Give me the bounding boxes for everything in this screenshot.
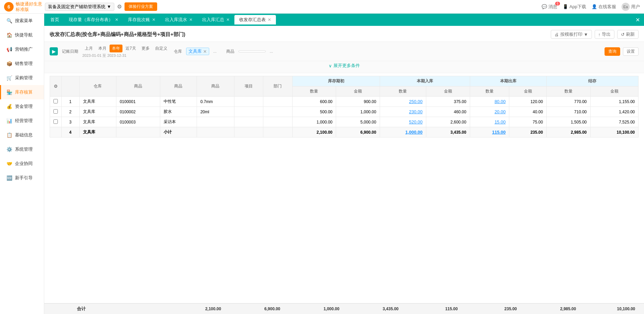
subtotal-check — [50, 127, 62, 137]
row3-dept — [263, 117, 293, 127]
tab-stock-dist-close[interactable]: ✕ — [115, 17, 118, 22]
row1-out-qty-link[interactable]: 80.00 — [495, 99, 506, 104]
row3-in-qty[interactable]: 520.00 — [380, 117, 426, 127]
guide-icon: 🆕 — [6, 175, 12, 181]
date-btn-this-month[interactable]: 本月 — [96, 45, 109, 52]
sidebar-item-search[interactable]: 🔍 搜索菜单 — [0, 14, 44, 28]
settings-btn[interactable]: 设置 — [623, 47, 639, 56]
date-btn-more[interactable]: 更多 — [139, 45, 152, 52]
warehouse-tag[interactable]: 文具库 ✕ — [186, 48, 209, 55]
logo-text: 畅捷通好生意 标准版 — [16, 1, 42, 12]
row1-code: 0100001 — [116, 97, 160, 107]
row1-in-qty-link[interactable]: 250.00 — [409, 99, 423, 104]
date-btn-7days[interactable]: 近7天 — [123, 45, 138, 52]
row1-check[interactable] — [50, 97, 62, 107]
tab-home[interactable]: 首页 — [46, 15, 64, 24]
date-btn-this-year[interactable]: 本年 — [110, 45, 122, 52]
row2-warehouse: 文具库 — [79, 107, 116, 117]
sidebar-item-marketing[interactable]: 📢 营销推广 — [0, 42, 44, 56]
page-content: 收发存汇总表(按仓库+商品编码+商品+规格型号+项目+部门) 🖨 按模板打印 ▼… — [44, 26, 644, 314]
col-settings[interactable]: ⚙ — [50, 76, 62, 97]
system-icon: ⚙️ — [6, 147, 12, 152]
row1-out-qty[interactable]: 80.00 — [470, 97, 509, 107]
marketing-icon: 📢 — [6, 47, 12, 52]
row2-in-qty[interactable]: 230.00 — [380, 107, 426, 117]
sidebar-item-sales[interactable]: 📦 销售管理 — [0, 56, 44, 71]
message-btn[interactable]: 💬 消息 6 — [542, 4, 557, 10]
query-btn[interactable]: 查询 — [605, 47, 620, 56]
subtotal-out-qty[interactable]: 115.00 — [470, 127, 509, 137]
date-btn-custom[interactable]: 自定义 — [153, 45, 170, 52]
tab-batch[interactable]: 库存批次账 ✕ — [123, 15, 160, 24]
data-table: ⚙ 仓库 商品 商品 商品 项目 部门 库存期初 本期入库 本期出库 — [50, 76, 639, 137]
finance-icon: 💰 — [6, 104, 12, 109]
sidebar-item-basic-info[interactable]: 📋 基础信息 — [0, 128, 44, 142]
print-icon: 🖨 — [555, 32, 559, 37]
settings-icon[interactable]: ⚙ — [117, 3, 122, 10]
warehouse-tag-text: 文具库 — [188, 48, 202, 54]
user-btn[interactable]: Ea 用户 — [622, 3, 640, 11]
warehouse-remove-icon[interactable]: ✕ — [203, 49, 207, 54]
tab-batch-close[interactable]: ✕ — [152, 17, 155, 22]
sidebar-item-cooperation[interactable]: 🤝 企业协同 — [0, 156, 44, 171]
sub-close-qty: 数量 — [546, 86, 590, 97]
tab-flow-close[interactable]: ✕ — [189, 17, 193, 22]
sidebar-item-system[interactable]: ⚙️ 系统管理 — [0, 142, 44, 156]
phone-icon: 📱 — [563, 4, 568, 9]
row3-out-qty-link[interactable]: 15.00 — [495, 119, 506, 125]
table-footer: 合计 2,100.00 6,900.00 1,000.00 3,435.00 1… — [44, 303, 644, 314]
tab-recv-send[interactable]: 收发存汇总表 ✕ — [234, 15, 276, 24]
row2-code: 0100002 — [116, 107, 160, 117]
row2-out-qty[interactable]: 20.00 — [470, 107, 509, 117]
sidebar-item-quick-nav[interactable]: 🏠 快捷导航 — [0, 28, 44, 42]
table-row: 1 文具库 0100001 中性笔 0.7mm 600.00 900.00 25… — [50, 97, 639, 107]
sidebar-item-inventory[interactable]: 🏪 库存核算 — [0, 85, 44, 99]
tab-recv-send-close[interactable]: ✕ — [268, 17, 271, 22]
system-selector[interactable]: 装备及固定资产辅助管理系统 ▼ — [45, 3, 114, 11]
top-header: 6 畅捷通好生意 标准版 装备及固定资产辅助管理系统 ▼ ⚙ 体验行业方案 💬 … — [0, 0, 644, 14]
goods-input[interactable] — [238, 50, 266, 52]
expand-conditions-btn[interactable]: ∨ 展开更多条件 — [326, 61, 363, 70]
refresh-btn[interactable]: ↺ 刷新 — [617, 30, 639, 39]
row3-name: 采访本 — [160, 117, 197, 127]
row3-warehouse: 文具库 — [79, 117, 116, 127]
app-download-btn[interactable]: 📱 App下载 — [563, 4, 586, 10]
warehouse-more[interactable]: ... — [213, 49, 217, 54]
row1-in-qty[interactable]: 250.00 — [380, 97, 426, 107]
page-title: 收发存汇总表(按仓库+商品编码+商品+规格型号+项目+部门) — [50, 31, 185, 38]
table-row: 2 文具库 0100002 胶水 20ml 500.00 1,000.00 23… — [50, 107, 639, 117]
tab-summary-close[interactable]: ✕ — [226, 17, 230, 22]
online-service-btn[interactable]: 👤 在线客服 — [592, 4, 616, 10]
export-btn[interactable]: ↑ 导出 — [595, 30, 615, 39]
subtotal-empty1 — [116, 127, 160, 137]
experience-btn[interactable]: 体验行业方案 — [125, 2, 157, 11]
sidebar-item-guide[interactable]: 🆕 新手引导 — [0, 171, 44, 185]
filter-bar2: ∨ 展开更多条件 — [44, 61, 644, 73]
subtotal-in-qty[interactable]: 1,000.00 — [380, 127, 426, 137]
print-btn[interactable]: 🖨 按模板打印 ▼ — [551, 30, 592, 39]
row3-in-amt: 2,600.00 — [426, 117, 470, 127]
main-layout: 🔍 搜索菜单 🏠 快捷导航 📢 营销推广 📦 销售管理 🛒 采购管理 🏪 库存核… — [0, 14, 644, 314]
tab-flow[interactable]: 出入库流水 ✕ — [160, 15, 197, 24]
sidebar-item-operations[interactable]: 📊 经营管理 — [0, 114, 44, 128]
row3-out-qty[interactable]: 15.00 — [470, 117, 509, 127]
row2-in-qty-link[interactable]: 230.00 — [409, 109, 423, 114]
sidebar-item-finance[interactable]: 💰 资金管理 — [0, 99, 44, 114]
row2-num: 2 — [62, 107, 80, 117]
goods-more[interactable]: ... — [270, 49, 273, 54]
row2-check[interactable] — [50, 107, 62, 117]
filter-toggle-btn[interactable]: ▶ — [50, 47, 58, 55]
page-title-bar: 收发存汇总表(按仓库+商品编码+商品+规格型号+项目+部门) 🖨 按模板打印 ▼… — [44, 26, 644, 42]
tab-close-all[interactable]: ✕ — [633, 17, 643, 23]
subtotal-in-qty-link[interactable]: 1,000.00 — [405, 130, 423, 135]
tab-stock-dist[interactable]: 现存量（库存分布表） ✕ — [64, 15, 123, 24]
row3-check[interactable] — [50, 117, 62, 127]
date-btn-last-month[interactable]: 上月 — [82, 45, 95, 52]
row3-open-amt: 5,000.00 — [336, 117, 380, 127]
subtotal-out-qty-link[interactable]: 115.00 — [492, 130, 506, 135]
row3-in-qty-link[interactable]: 520.00 — [409, 119, 423, 125]
tab-summary[interactable]: 出入库汇总 ✕ — [197, 15, 234, 24]
sidebar-item-purchase[interactable]: 🛒 采购管理 — [0, 71, 44, 85]
row1-spec: 0.7mm — [197, 97, 234, 107]
row2-out-qty-link[interactable]: 20.00 — [495, 109, 506, 114]
